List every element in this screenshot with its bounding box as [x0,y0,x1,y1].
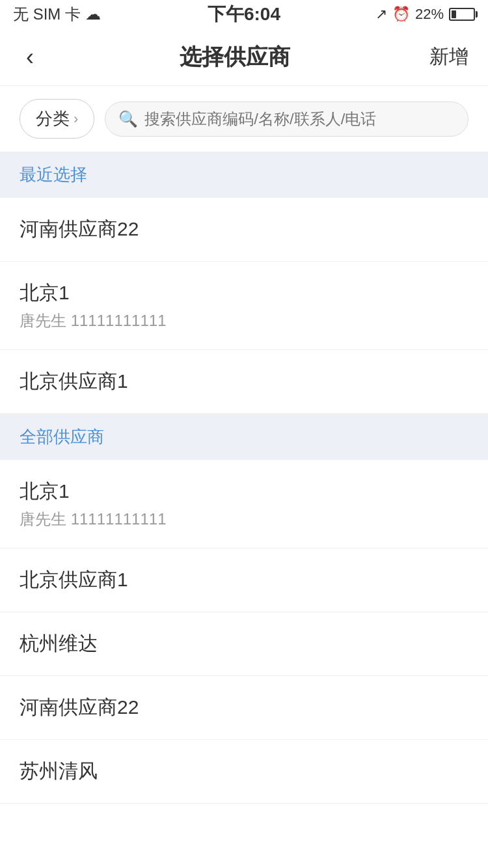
no-sim-text: 无 SIM 卡 ☁ [13,4,101,25]
search-icon: 🔍 [118,110,138,128]
battery-container [449,8,475,21]
item-name: 北京1 [20,280,468,306]
search-input[interactable] [144,110,455,128]
list-item[interactable]: 杭州维达 [0,612,488,676]
item-name: 北京供应商1 [20,567,468,593]
search-box: 🔍 [105,102,468,137]
item-name: 河南供应商22 [20,694,468,721]
item-name: 北京供应商1 [20,368,468,395]
list-item[interactable]: 河南供应商22 [0,676,488,740]
all-section-header: 全部供应商 [0,414,488,460]
all-list: 北京1唐先生 11111111111北京供应商1杭州维达河南供应商22苏州清风 [0,460,488,804]
recent-list: 河南供应商22北京1唐先生 11111111111北京供应商1 [0,198,488,414]
all-section-label: 全部供应商 [20,427,104,446]
battery-percent: 22% [415,6,444,23]
signal-icon: ↗ [375,6,387,23]
list-item[interactable]: 北京供应商1 [0,350,488,414]
list-item[interactable]: 北京1唐先生 11111111111 [0,262,488,350]
status-right: ↗ ⏰ 22% [375,6,475,23]
recent-section-label: 最近选择 [20,165,87,184]
filter-row: 分类 › 🔍 [0,86,488,152]
battery-box [449,8,475,21]
status-time: 下午6:04 [208,2,280,27]
item-name: 杭州维达 [20,631,468,657]
item-sub: 唐先生 11111111111 [20,310,468,331]
nav-bar: ‹ 选择供应商 新增 [0,29,488,86]
category-label: 分类 [36,107,70,130]
category-filter-button[interactable]: 分类 › [20,99,94,139]
alarm-icon: ⏰ [392,6,410,23]
status-bar: 无 SIM 卡 ☁ 下午6:04 ↗ ⏰ 22% [0,0,488,29]
battery-fill [452,10,456,18]
item-sub: 唐先生 11111111111 [20,509,468,530]
list-item[interactable]: 苏州清风 [0,740,488,804]
item-name: 河南供应商22 [20,216,468,243]
chevron-right-icon: › [74,111,78,128]
back-button[interactable]: ‹ [20,37,40,77]
item-name: 苏州清风 [20,758,468,785]
page-title: 选择供应商 [180,42,290,72]
recent-section-header: 最近选择 [0,152,488,198]
add-new-button[interactable]: 新增 [429,44,468,70]
status-left: 无 SIM 卡 ☁ [13,4,101,25]
item-name: 北京1 [20,478,468,505]
list-item[interactable]: 河南供应商22 [0,198,488,262]
list-item[interactable]: 北京供应商1 [0,549,488,612]
list-item[interactable]: 北京1唐先生 11111111111 [0,460,488,549]
